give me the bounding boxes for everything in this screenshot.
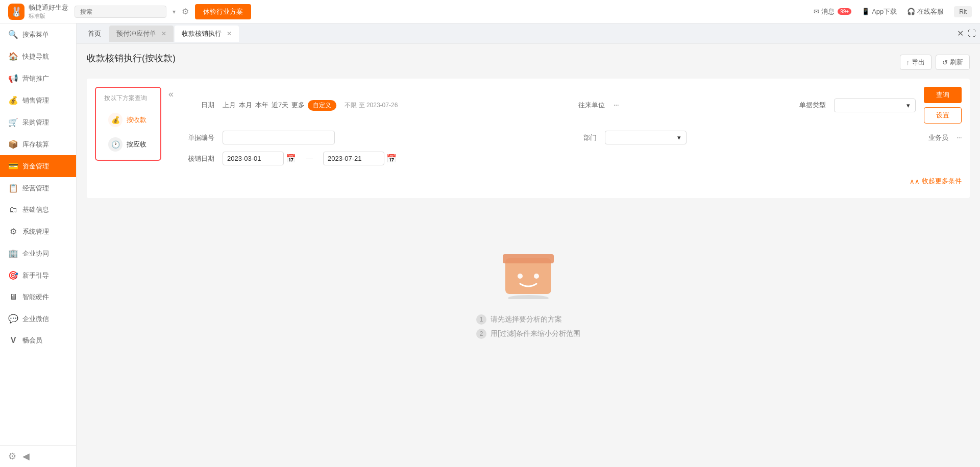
inventory-icon: 📦 [8,139,18,149]
phone-icon: 📱 [862,8,870,15]
tab-close-prepay[interactable]: ✕ [161,30,166,37]
close-tab-btn[interactable]: ✕ [957,29,964,38]
select-arrow-icon: ▾ [906,102,910,109]
svg-point-4 [508,295,549,299]
hardware-icon: 🖥 [8,292,18,302]
refresh-button[interactable]: ↺ 刷新 [936,55,970,70]
industry-button[interactable]: 休验行业方案 [195,4,251,19]
brand: 🐰 畅捷通好生意 标准版 [8,3,68,20]
header-right: ✉ 消息 99+ 📱 App下载 🎧 在线客服 Rit [814,6,972,17]
calendar-end-icon[interactable]: 📅 [386,154,397,163]
sidebar-item-quick-nav[interactable]: 🏠 快捷导航 [0,45,76,67]
counterpart-dots[interactable]: ··· [613,101,618,110]
sidebar-item-wechat[interactable]: 💬 企业微信 [0,308,76,330]
dept-label: 部门 [568,133,597,142]
sidebar-item-purchase[interactable]: 🛒 采购管理 [0,111,76,133]
tab-close-receivable[interactable]: ✕ [227,30,232,37]
tab-home[interactable]: 首页 [81,26,108,42]
content-area: 首页 预付冲应付单 ✕ 收款核销执行 ✕ ✕ ⛶ 收款核销执行(按收款) [77,23,980,467]
base-info-icon: 🗂 [8,205,18,214]
sidebar-item-enterprise[interactable]: 🏢 企业协同 [0,242,76,264]
bill-type-select[interactable]: ▾ [834,99,916,112]
empty-illustration [498,243,559,304]
calendar-start-icon[interactable]: 📅 [286,154,296,163]
staff-label: 业务员 [920,133,948,142]
search-input[interactable] [75,6,166,18]
tab-prepay[interactable]: 预付冲应付单 ✕ [109,26,174,42]
wechat-icon: 💬 [8,314,18,324]
page-title: 收款核销执行(按收款) [87,52,176,64]
sidebar-item-search-menu[interactable]: 🔍 搜索菜单 [0,23,76,45]
gear-icon[interactable]: ⚙ [182,7,189,16]
refresh-icon: ↺ [942,59,948,66]
date-last-month[interactable]: 上月 [223,101,236,110]
message-area[interactable]: ✉ 消息 99+ [814,7,851,16]
bill-no-input[interactable] [223,131,335,144]
verify-date-start-input[interactable] [223,152,284,165]
enterprise-icon: 🏢 [8,249,18,258]
date-custom-tag[interactable]: 自定义 [308,100,336,111]
message-icon: ✉ [814,8,819,15]
sidebar-settings-icon[interactable]: ⚙ [8,451,16,462]
staff-dots[interactable]: ··· [957,133,962,142]
settings-button[interactable]: 设置 [924,107,962,124]
header-left: 🐰 畅捷通好生意 标准版 ▾ ⚙ 休验行业方案 [8,3,251,20]
dept-select[interactable]: ▾ [605,131,687,144]
sidebar: 🔍 搜索菜单 🏠 快捷导航 📢 营销推广 💰 销售管理 🛒 采购管理 📦 库存核… [0,23,77,467]
maximize-btn[interactable]: ⛶ [968,29,976,38]
empty-hint-1: 1 请先选择要分析的方案 [476,314,580,325]
sidebar-item-base-info[interactable]: 🗂 基础信息 [0,199,76,220]
tab-bar-actions: ✕ ⛶ [957,29,976,38]
user-area[interactable]: Rit [954,6,972,17]
sales-icon: 💰 [8,95,18,105]
verify-date-end-wrap: 📅 [323,152,397,165]
export-icon: ↑ [906,59,910,66]
online-service-area[interactable]: 🎧 在线客服 [907,7,944,16]
sidebar-item-finance[interactable]: 💳 资金管理 [0,155,76,177]
query-option-receipt[interactable]: 💰 按收款 [104,111,152,129]
date-dash: — [304,155,315,162]
date-more[interactable]: 更多 [291,101,305,110]
dropdown-arrow-icon[interactable]: ▾ [173,8,176,15]
verify-date-label: 核销日期 [186,154,214,163]
sidebar-item-sales[interactable]: 💰 销售管理 [0,89,76,111]
verify-date-end-input[interactable] [323,152,384,165]
brand-edition: 标准版 [29,12,68,20]
svg-rect-1 [503,254,554,263]
query-filter-section: 按以下方案查询 💰 按收款 🕐 按应收 « [87,79,970,198]
filter-row-2: 单据编号 部门 ▾ 业务员 ··· [186,131,962,144]
verify-date-start-wrap: 📅 [223,152,296,165]
sidebar-item-marketing[interactable]: 📢 营销推广 [0,67,76,89]
page-content: 收款核销执行(按收款) ↑ 导出 ↺ 刷新 按以下方 [77,44,980,467]
page-toolbar: ↑ 导出 ↺ 刷新 [900,55,970,70]
sidebar-item-hardware[interactable]: 🖥 智能硬件 [0,286,76,308]
search-icon: 🔍 [8,30,18,39]
sidebar-item-system[interactable]: ⚙ 系统管理 [0,220,76,242]
sidebar-collapse-icon[interactable]: ◀ [22,451,30,462]
sidebar-item-member[interactable]: V 畅会员 [0,330,76,351]
home-icon: 🏠 [8,52,18,61]
query-button[interactable]: 查询 [924,87,962,103]
tab-receivable[interactable]: 收款核销执行 ✕ [175,26,239,42]
finance-icon: 💳 [8,161,18,171]
empty-text-area: 1 请先选择要分析的方案 2 用[过滤]条件来缩小分析范围 [476,314,580,339]
sidebar-item-inventory[interactable]: 📦 库存核算 [0,133,76,155]
collapse-panel-btn[interactable]: « [166,89,176,100]
empty-hint-2: 2 用[过滤]条件来缩小分析范围 [476,329,580,339]
filter-area: 日期 上月 本月 本年 近7天 更多 自定义 不限 至 2023-07-26 往… [176,87,962,190]
receipt-icon: 💰 [108,113,122,127]
query-option-receivable[interactable]: 🕐 按应收 [104,135,152,154]
sidebar-item-operations[interactable]: 📋 经营管理 [0,177,76,199]
brand-logo: 🐰 [8,4,24,20]
date-this-month[interactable]: 本月 [239,101,252,110]
filter-row-1: 日期 上月 本月 本年 近7天 更多 自定义 不限 至 2023-07-26 往… [186,87,962,124]
top-header: 🐰 畅捷通好生意 标准版 ▾ ⚙ 休验行业方案 ✉ 消息 99+ 📱 App下载… [0,0,980,23]
export-button[interactable]: ↑ 导出 [900,55,932,70]
filter-row-3: 核销日期 📅 — 📅 [186,152,962,165]
collapse-more-btn[interactable]: ∧∧ 收起更多条件 [186,173,962,190]
sidebar-item-guide[interactable]: 🎯 新手引导 [0,264,76,286]
date-last-7days[interactable]: 近7天 [272,101,288,110]
date-this-year[interactable]: 本年 [255,101,268,110]
date-quick-links: 上月 本月 本年 近7天 更多 自定义 [223,100,336,111]
app-download-area[interactable]: 📱 App下载 [862,7,897,16]
